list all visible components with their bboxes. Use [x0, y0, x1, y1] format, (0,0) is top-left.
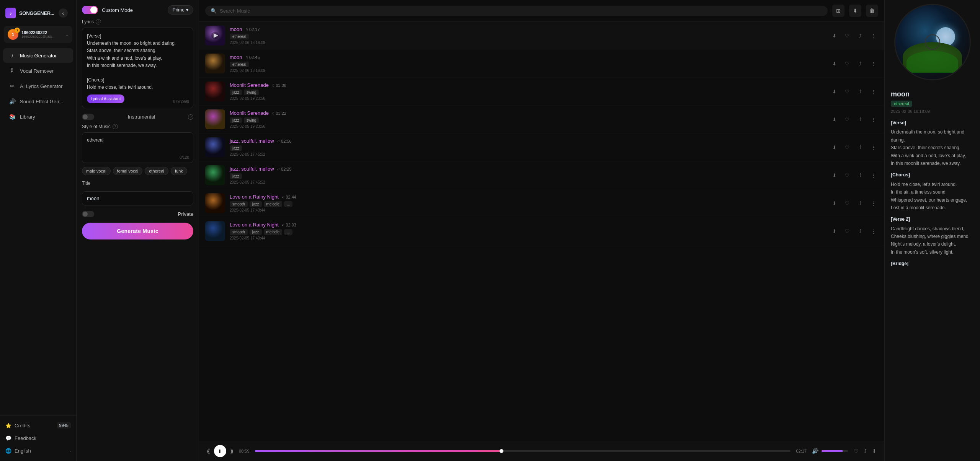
- progress-bar[interactable]: [255, 450, 791, 452]
- like-song-button[interactable]: ♡: [842, 226, 852, 236]
- lyrics-box[interactable]: [Verse] Underneath the moon, so bright a…: [82, 28, 193, 108]
- album-circle: [894, 4, 971, 80]
- private-toggle[interactable]: [82, 211, 94, 217]
- song-tag: swing: [244, 117, 259, 123]
- search-input[interactable]: [220, 8, 822, 14]
- sidebar-item-music-generator[interactable]: ♪ Music Generator: [3, 48, 73, 63]
- like-song-button[interactable]: ♡: [842, 86, 852, 96]
- song-date: 2025-02-05 17:45:52: [230, 180, 825, 184]
- style-tag-ethereal[interactable]: ethereal: [145, 167, 168, 175]
- song-tag: smooth: [230, 229, 248, 235]
- title-input[interactable]: [82, 191, 193, 205]
- like-song-button[interactable]: ♡: [842, 142, 852, 152]
- list-item[interactable]: jazz, soulful, mellow ♫ 02:56 jazz 2025-…: [199, 134, 884, 161]
- song-tag: ...: [284, 201, 292, 207]
- more-song-button[interactable]: ⋮: [868, 198, 878, 208]
- instrumental-help-icon[interactable]: ?: [188, 114, 193, 120]
- sidebar-item-label: AI Lyrics Generator: [20, 83, 63, 89]
- download-song-button[interactable]: ⬇: [829, 142, 839, 152]
- download-player-button[interactable]: ⬇: [872, 448, 877, 454]
- style-tag-male-vocal[interactable]: male vocal: [82, 167, 111, 175]
- svg-rect-8: [205, 193, 225, 213]
- style-help-icon[interactable]: ?: [113, 124, 118, 129]
- songs-scroll: moon ♫ 02:17 ethereal 2025-02-06 18:18:0…: [199, 22, 884, 441]
- lyrical-assistant-button[interactable]: Lyrical Assistant: [87, 94, 124, 104]
- like-song-button[interactable]: ♡: [842, 198, 852, 208]
- list-item[interactable]: Love on a Rainy Night ♫ 02:44 smoothjazz…: [199, 189, 884, 217]
- share-player-button[interactable]: ⤴: [864, 448, 867, 454]
- download-song-button[interactable]: ⬇: [829, 86, 839, 96]
- song-duration: ♫ 02:44: [282, 195, 296, 199]
- delete-button[interactable]: 🗑: [866, 5, 878, 17]
- more-song-button[interactable]: ⋮: [868, 226, 878, 236]
- lyrics-help-icon[interactable]: ?: [96, 19, 101, 24]
- heart-button[interactable]: ♡: [854, 448, 859, 454]
- instrumental-toggle[interactable]: [82, 114, 94, 120]
- volume-icon[interactable]: 🔊: [812, 448, 818, 454]
- custom-mode-toggle[interactable]: [82, 6, 98, 14]
- prime-badge[interactable]: Prime ▾: [168, 5, 193, 15]
- generate-music-button[interactable]: Generate Music: [82, 223, 193, 239]
- credits-item[interactable]: ⭐ Credits 9945: [0, 419, 76, 432]
- language-item[interactable]: 🌐 English ›: [0, 445, 76, 457]
- feedback-item[interactable]: 💬 Feedback: [0, 432, 76, 445]
- more-song-button[interactable]: ⋮: [868, 114, 878, 124]
- style-tag-funk[interactable]: funk: [171, 167, 187, 175]
- sidebar-back-button[interactable]: ‹: [59, 8, 68, 18]
- download-song-button[interactable]: ⬇: [829, 170, 839, 180]
- download-song-button[interactable]: ⬇: [829, 226, 839, 236]
- song-tags: jazzswing: [230, 90, 825, 95]
- style-box[interactable]: ethereal 8/120: [82, 132, 193, 163]
- share-song-button[interactable]: ⤴: [855, 59, 865, 68]
- like-song-button[interactable]: ♡: [842, 170, 852, 180]
- list-item[interactable]: jazz, soulful, mellow ♫ 02:25 jazz 2025-…: [199, 161, 884, 189]
- right-panel: moon ethereal 2025-02-06 18:18:09 [Verse…: [884, 0, 980, 461]
- volume-bar[interactable]: [822, 450, 848, 452]
- download-song-button[interactable]: ⬇: [829, 31, 839, 41]
- bridge-label: [Bridge]: [891, 260, 974, 267]
- song-name: jazz, soulful, mellow: [230, 138, 274, 144]
- avatar: 1 1: [8, 29, 18, 40]
- download-song-button[interactable]: ⬇: [829, 198, 839, 208]
- song-name: moon: [230, 54, 242, 60]
- song-tags: jazzswing: [230, 117, 825, 123]
- download-song-button[interactable]: ⬇: [829, 114, 839, 124]
- share-song-button[interactable]: ⤴: [855, 198, 865, 208]
- private-row: Private: [82, 211, 193, 217]
- share-song-button[interactable]: ⤴: [855, 86, 865, 96]
- like-song-button[interactable]: ♡: [842, 114, 852, 124]
- share-song-button[interactable]: ⤴: [855, 31, 865, 41]
- download-song-button[interactable]: ⬇: [829, 59, 839, 68]
- more-song-button[interactable]: ⋮: [868, 170, 878, 180]
- download-button[interactable]: ⬇: [849, 5, 861, 17]
- sidebar-item-library[interactable]: 📚 Library: [3, 109, 73, 124]
- forward-button[interactable]: ⟫: [230, 448, 234, 455]
- instrumental-row: Instrumental ?: [82, 114, 193, 120]
- style-tag-femal-vocal[interactable]: femal vocal: [113, 167, 143, 175]
- sidebar-item-sound-effect[interactable]: 🔊 Sound Effect Gen...: [3, 94, 73, 109]
- grid-view-button[interactable]: ⊞: [832, 5, 844, 17]
- sidebar-item-vocal-remover[interactable]: 🎙 Vocal Remover: [3, 64, 73, 78]
- list-item[interactable]: Moonlit Serenade ♫ 03:22 jazzswing 2025-…: [199, 106, 884, 134]
- share-song-button[interactable]: ⤴: [855, 142, 865, 152]
- more-song-button[interactable]: ⋮: [868, 86, 878, 96]
- rewind-button[interactable]: ⟪: [207, 448, 210, 455]
- like-song-button[interactable]: ♡: [842, 59, 852, 68]
- sidebar-item-ai-lyrics[interactable]: ✏ AI Lyrics Generator: [3, 79, 73, 93]
- list-item[interactable]: Moonlit Serenade ♫ 03:08 jazzswing 2025-…: [199, 78, 884, 106]
- share-song-button[interactable]: ⤴: [855, 170, 865, 180]
- play-pause-button[interactable]: ⏸: [214, 445, 226, 457]
- more-song-button[interactable]: ⋮: [868, 59, 878, 68]
- list-item[interactable]: moon ♫ 02:17 ethereal 2025-02-06 18:18:0…: [199, 22, 884, 50]
- language-chevron-icon: ›: [69, 449, 71, 453]
- share-song-button[interactable]: ⤴: [855, 226, 865, 236]
- song-thumbnail: [205, 137, 225, 157]
- list-item[interactable]: moon ♫ 02:45 ethereal 2025-02-06 18:18:0…: [199, 50, 884, 78]
- user-section[interactable]: 1 1 16602260222 16602260222@163... ⌄: [4, 26, 72, 43]
- song-actions: ⬇ ♡ ⤴ ⋮: [829, 86, 878, 96]
- list-item[interactable]: Love on a Rainy Night ♫ 02:03 smoothjazz…: [199, 217, 884, 245]
- share-song-button[interactable]: ⤴: [855, 114, 865, 124]
- more-song-button[interactable]: ⋮: [868, 142, 878, 152]
- more-song-button[interactable]: ⋮: [868, 31, 878, 41]
- like-song-button[interactable]: ♡: [842, 31, 852, 41]
